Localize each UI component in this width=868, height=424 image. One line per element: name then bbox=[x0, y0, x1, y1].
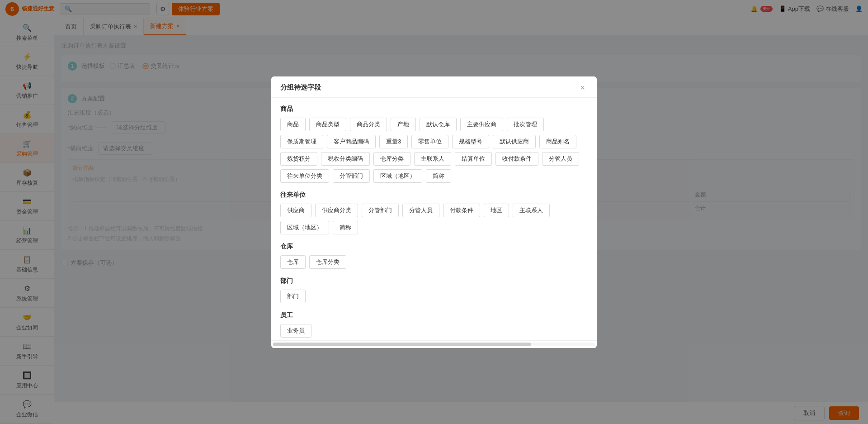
tag-manager[interactable]: 分管人员 bbox=[542, 152, 579, 166]
tag-region1[interactable]: 区域（地区） bbox=[373, 169, 422, 183]
tag-batch[interactable]: 批次管理 bbox=[507, 118, 544, 131]
tag-spec-model[interactable]: 规格型号 bbox=[452, 135, 489, 148]
modal-close-btn[interactable]: × bbox=[577, 83, 588, 93]
field-group-warehouse: 仓库 仓库 仓库分类 bbox=[280, 243, 588, 269]
main-area: 首页 采购订单执行表 × 新建方案 × 采购订单执行表方案设置 1 选择模板 汇… bbox=[54, 18, 868, 424]
tag-main-supplier[interactable]: 主要供应商 bbox=[460, 118, 503, 131]
tag-origin[interactable]: 产地 bbox=[391, 118, 416, 131]
tag-payment-terms[interactable]: 收付款条件 bbox=[495, 152, 538, 166]
field-group-warehouse-title: 仓库 bbox=[280, 243, 588, 251]
field-group-product: 商品 商品 商品类型 商品分类 产地 默认仓库 主要供应商 批次管理 保质期管理… bbox=[280, 105, 588, 183]
tag-product[interactable]: 商品 bbox=[280, 118, 306, 131]
modal-title: 分组待选字段 bbox=[280, 83, 321, 92]
tag-abbr1[interactable]: 简称 bbox=[426, 169, 451, 183]
field-tags-partner: 供应商 供应商分类 分管部门 分管人员 付款条件 地区 主联系人 区域（地区） … bbox=[280, 204, 588, 234]
tag-warehouse[interactable]: 仓库 bbox=[280, 255, 306, 269]
tag-pay-terms[interactable]: 付款条件 bbox=[443, 204, 480, 217]
tag-product-category[interactable]: 商品分类 bbox=[350, 118, 387, 131]
tag-manage-dept2[interactable]: 分管部门 bbox=[362, 204, 399, 217]
tag-salesperson[interactable]: 业务员 bbox=[280, 324, 311, 338]
field-group-partner: 往来单位 供应商 供应商分类 分管部门 分管人员 付款条件 地区 主联系人 区域… bbox=[280, 191, 588, 234]
tag-warehouse-cat[interactable]: 仓库分类 bbox=[309, 255, 346, 269]
field-group-employee-title: 员工 bbox=[280, 311, 588, 319]
field-group-partner-title: 往来单位 bbox=[280, 191, 588, 199]
tag-customer-code[interactable]: 客户商品编码 bbox=[327, 135, 376, 148]
modal-scrollbar-area bbox=[271, 340, 597, 348]
tag-product-alias[interactable]: 商品别名 bbox=[539, 135, 576, 148]
tag-settlement-unit[interactable]: 结算单位 bbox=[455, 152, 492, 166]
tag-dept[interactable]: 部门 bbox=[280, 290, 306, 303]
field-tags-product: 商品 商品类型 商品分类 产地 默认仓库 主要供应商 批次管理 保质期管理 客户… bbox=[280, 118, 588, 183]
tag-retail-unit[interactable]: 零售单位 bbox=[411, 135, 448, 148]
tag-abbr2[interactable]: 简称 bbox=[333, 221, 358, 234]
tag-manage-dept[interactable]: 分管部门 bbox=[333, 169, 370, 183]
modal-h-scrollbar-thumb bbox=[273, 343, 531, 346]
tag-smelt-points[interactable]: 炼货积分 bbox=[280, 152, 317, 166]
field-tags-dept: 部门 bbox=[280, 290, 588, 303]
tag-main-contact[interactable]: 主联系人 bbox=[414, 152, 451, 166]
modal-header: 分组待选字段 × bbox=[271, 76, 597, 98]
tag-quality-period[interactable]: 保质期管理 bbox=[280, 135, 323, 148]
tag-main-contact2[interactable]: 主联系人 bbox=[513, 204, 550, 217]
modal-overlay: 分组待选字段 × 商品 商品 商品类型 商品分类 产地 默认仓库 主要供应商 批… bbox=[0, 0, 868, 424]
tag-warehouse-category[interactable]: 仓库分类 bbox=[373, 152, 410, 166]
modal-body[interactable]: 商品 商品 商品类型 商品分类 产地 默认仓库 主要供应商 批次管理 保质期管理… bbox=[271, 98, 597, 340]
field-group-employee: 员工 业务员 bbox=[280, 311, 588, 338]
tag-region2[interactable]: 区域（地区） bbox=[280, 221, 329, 234]
modal-h-scrollbar[interactable] bbox=[273, 343, 595, 346]
tag-tax-code[interactable]: 税收分类编码 bbox=[321, 152, 370, 166]
tag-default-warehouse[interactable]: 默认仓库 bbox=[420, 118, 457, 131]
field-tags-warehouse: 仓库 仓库分类 bbox=[280, 255, 588, 269]
tag-product-type[interactable]: 商品类型 bbox=[309, 118, 346, 131]
tag-weight3[interactable]: 重量3 bbox=[379, 135, 408, 148]
tag-partner-category[interactable]: 往来单位分类 bbox=[280, 169, 329, 183]
tag-area[interactable]: 地区 bbox=[484, 204, 509, 217]
tag-manager2[interactable]: 分管人员 bbox=[402, 204, 439, 217]
tag-supplier-category[interactable]: 供应商分类 bbox=[315, 204, 358, 217]
tag-default-supplier[interactable]: 默认供应商 bbox=[493, 135, 536, 148]
field-group-product-title: 商品 bbox=[280, 105, 588, 113]
field-tags-employee: 业务员 bbox=[280, 324, 588, 338]
field-group-dept-title: 部门 bbox=[280, 277, 588, 285]
field-group-dept: 部门 部门 bbox=[280, 277, 588, 303]
tag-supplier[interactable]: 供应商 bbox=[280, 204, 311, 217]
modal: 分组待选字段 × 商品 商品 商品类型 商品分类 产地 默认仓库 主要供应商 批… bbox=[271, 76, 597, 348]
